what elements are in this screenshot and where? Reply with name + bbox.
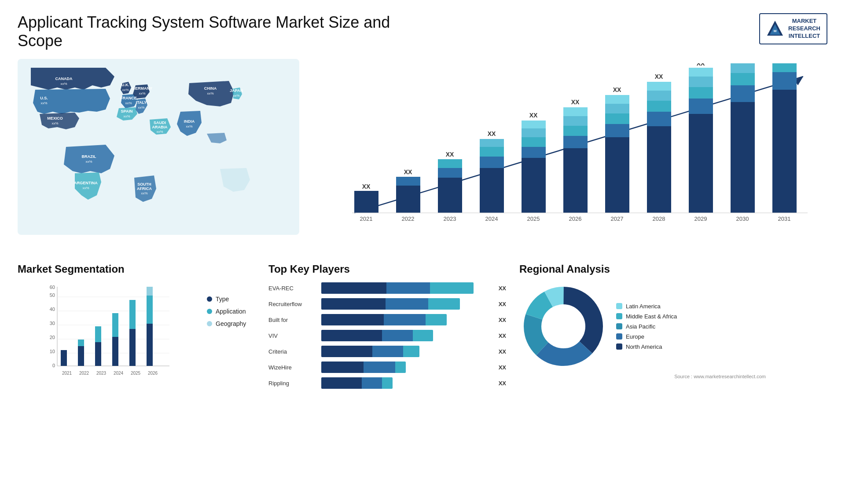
svg-text:XX: XX [571,99,580,106]
page-title: Applicant Tracking System Software Marke… [18,13,414,50]
svg-text:2026: 2026 [569,215,582,222]
svg-rect-68 [605,95,629,104]
regional-section: Regional Analysis Lat [519,263,766,393]
svg-text:2022: 2022 [402,215,415,222]
svg-rect-80 [689,68,713,77]
legend-application: Application [207,308,255,315]
svg-rect-84 [731,73,755,85]
svg-text:CANADA: CANADA [55,77,73,81]
svg-text:2031: 2031 [778,215,791,222]
svg-rect-77 [689,99,713,114]
svg-text:xx%: xx% [85,160,92,164]
svg-text:ITALY: ITALY [136,100,147,105]
svg-text:40: 40 [50,307,55,312]
svg-rect-122 [95,342,101,366]
svg-rect-61 [563,116,588,126]
player-row: Rippling XX [268,377,506,389]
svg-rect-38 [354,191,378,213]
svg-text:SOUTH: SOUTH [137,182,151,186]
svg-rect-123 [95,326,101,342]
svg-text:2030: 2030 [736,215,749,222]
svg-text:50: 50 [50,292,55,298]
svg-rect-87 [772,90,797,213]
svg-rect-56 [522,121,546,128]
svg-text:xx%: xx% [82,186,89,190]
svg-rect-40 [396,186,420,213]
key-players-title: Top Key Players [268,263,506,275]
svg-text:AFRICA: AFRICA [137,186,152,191]
svg-rect-70 [647,126,671,213]
svg-rect-74 [647,82,671,91]
svg-rect-129 [129,300,136,329]
svg-text:U.S.: U.S. [40,96,48,100]
player-row: WizeHire XX [268,362,506,373]
regional-legend: Latin America Middle East & Africa Asia … [616,303,677,350]
svg-text:XX: XX [404,168,412,175]
legend-type: Type [207,296,255,303]
svg-text:xx%: xx% [122,88,129,92]
bar-chart-section: XX XX XX XX XX [312,59,827,250]
svg-rect-131 [147,324,153,366]
svg-text:XX: XX [488,130,496,137]
svg-rect-117 [61,350,67,366]
svg-rect-120 [78,340,84,346]
svg-rect-49 [480,147,504,157]
svg-text:2022: 2022 [79,371,89,376]
svg-text:XX: XX [362,183,371,190]
svg-rect-133 [147,287,153,296]
svg-text:U.K.: U.K. [121,83,129,87]
svg-rect-78 [689,87,713,99]
segmentation-chart-svg: 0 10 20 30 40 50 60 2021 [18,282,198,383]
svg-text:10: 10 [50,349,55,354]
svg-rect-45 [438,159,462,168]
svg-text:2024: 2024 [114,371,124,376]
segmentation-title: Market Segmentation [18,263,255,275]
legend-latin-america: Latin America [616,303,677,310]
svg-rect-58 [563,148,588,213]
svg-text:SPAIN: SPAIN [121,109,133,113]
svg-text:xx%: xx% [123,114,130,118]
svg-text:XX: XX [655,73,663,80]
donut-wrapper: Latin America Middle East & Africa Asia … [519,282,766,370]
svg-text:60: 60 [50,285,55,290]
svg-rect-76 [689,114,713,213]
svg-text:ARGENTINA: ARGENTINA [74,181,98,185]
svg-text:xx%: xx% [139,91,145,95]
svg-text:GERMANY: GERMANY [132,86,152,91]
svg-text:ARABIA: ARABIA [152,125,168,129]
svg-text:2025: 2025 [131,371,141,376]
svg-rect-59 [563,136,588,148]
logo-icon: M [766,20,784,37]
svg-rect-64 [605,137,629,213]
key-players-section: Top Key Players EVA-REC XX Recruiterflow [268,263,506,393]
svg-text:FRANCE: FRANCE [120,96,137,100]
svg-rect-47 [480,168,504,213]
player-row: Recruiterflow XX [268,298,506,310]
svg-rect-43 [438,178,462,213]
svg-text:2023: 2023 [96,371,107,376]
svg-rect-54 [522,137,546,147]
svg-text:xx%: xx% [60,82,67,86]
donut-chart [519,282,607,370]
svg-rect-73 [647,91,671,101]
legend-middle-east-africa: Middle East & Africa [616,313,677,320]
svg-rect-85 [731,63,755,73]
player-row: Criteria XX [268,346,506,357]
svg-rect-60 [563,126,588,136]
regional-title: Regional Analysis [519,263,766,275]
source-text: Source : www.marketresearchintellect.com [519,374,766,379]
svg-rect-41 [396,177,420,186]
svg-text:XX: XX [697,63,705,67]
svg-text:xx%: xx% [156,130,163,134]
svg-rect-82 [731,102,755,213]
logo-text: MARKET RESEARCH INTELLECT [788,18,820,40]
page-header: Applicant Tracking System Software Marke… [18,13,827,50]
svg-text:xx%: xx% [207,91,213,95]
svg-rect-88 [772,72,797,90]
svg-text:XX: XX [529,112,538,119]
player-row: Built for XX [268,314,506,325]
svg-text:M: M [774,29,777,33]
svg-text:MEXICO: MEXICO [47,116,63,121]
svg-text:2029: 2029 [694,215,707,222]
legend-europe: Europe [616,333,677,340]
